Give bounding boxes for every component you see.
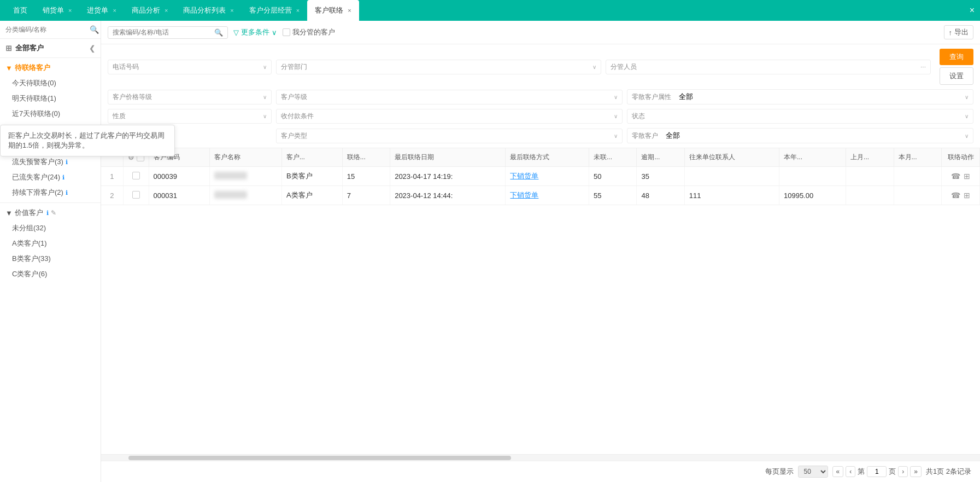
row1-checkbox[interactable] xyxy=(132,172,140,179)
sidebar-7day-contact[interactable]: 近7天待联络(0) xyxy=(0,106,101,121)
row1-more-icon[interactable]: ⊞ xyxy=(964,172,970,181)
sidebar-declining[interactable]: 持续下滑客户(2) ℹ xyxy=(0,185,101,200)
nav-sales[interactable]: 销货单 × xyxy=(35,0,79,21)
th-partner-contact[interactable]: 往来单位联系人 xyxy=(684,148,779,167)
page-number-input[interactable] xyxy=(867,466,887,477)
sidebar-all-customers-header[interactable]: ⊞ 全部客户 ❮ xyxy=(0,39,101,58)
filter-gender[interactable]: 性质 ∨ xyxy=(108,109,272,124)
row2-checkbox[interactable] xyxy=(132,191,140,199)
sidebar-value-group-title[interactable]: ▼ 价值客户 ℹ ✎ xyxy=(0,205,101,220)
close-product-analysis-tab[interactable]: × xyxy=(165,0,168,21)
filter-payment-terms[interactable]: 收付款条件 ∨ xyxy=(276,109,623,124)
edit-icon-value[interactable]: ✎ xyxy=(51,209,56,217)
th-overdue[interactable]: 逾期... xyxy=(637,148,684,167)
info-icon-declining[interactable]: ℹ xyxy=(66,189,68,196)
sidebar-tomorrow-contact[interactable]: 明天待联络(1) xyxy=(0,91,101,106)
filter-row-2: 客户价格等级 ∨ 客户等级 ∨ 零散客户属性 全部 ∨ xyxy=(108,89,973,104)
close-product-list-tab[interactable]: × xyxy=(230,0,233,21)
payment-terms-arrow: ∨ xyxy=(614,113,618,119)
info-icon-churned[interactable]: ℹ xyxy=(62,174,64,181)
th-customer-name[interactable]: 客户名称 xyxy=(209,148,281,167)
nav-product-analysis[interactable]: 商品分析 × xyxy=(124,0,175,21)
th-last-contact-date[interactable]: 最后联络日期 xyxy=(390,148,506,167)
scroll-thumb[interactable] xyxy=(128,456,511,460)
first-page-btn[interactable]: « xyxy=(832,466,844,477)
nav-purchase[interactable]: 进货单 × xyxy=(79,0,124,21)
row2-more-icon[interactable]: ⊞ xyxy=(964,191,970,200)
sidebar-search-icon[interactable]: 🔍 xyxy=(90,25,99,34)
filter-manager[interactable]: 分管人员 ··· xyxy=(606,60,931,74)
settings-button[interactable]: 设置 xyxy=(940,67,973,85)
nav-home[interactable]: 首页 xyxy=(5,0,35,21)
close-sales-tab[interactable]: × xyxy=(68,0,72,21)
cell-this-year-2: 10995.00 xyxy=(779,186,846,205)
th-customer-type[interactable]: 客户... xyxy=(281,148,342,167)
nav-customer-contact[interactable]: 客户联络 × xyxy=(307,0,359,21)
cell-code-2[interactable]: 000031 xyxy=(149,186,209,205)
sidebar-churned[interactable]: 已流失客户(24) ℹ xyxy=(0,170,101,185)
cell-this-month-2 xyxy=(894,186,942,205)
cell-actions-2: ☎ ⊞ xyxy=(942,186,980,205)
last-page-btn[interactable]: » xyxy=(910,466,922,477)
th-last-contact-method[interactable]: 最后联络方式 xyxy=(506,148,589,167)
th-last-month[interactable]: 上月... xyxy=(846,148,894,167)
filter-customer-type[interactable]: 客户类型 ∨ xyxy=(276,129,623,143)
search-input[interactable] xyxy=(113,28,212,36)
info-icon-churn[interactable]: ℹ xyxy=(66,159,68,166)
sidebar-pending-group-title[interactable]: ▼ 待联络客户 xyxy=(0,60,101,76)
sidebar: 🔍 ⊞ 全部客户 ❮ ▼ 待联络客户 今天待联络(0) 明天待联络(1) 近7天… xyxy=(0,21,101,482)
filter-retail-attr[interactable]: 零散客户属性 全部 ∨ xyxy=(627,89,973,104)
close-all-tabs[interactable]: × xyxy=(970,5,975,15)
filter-customer-level[interactable]: 客户等级 ∨ xyxy=(276,90,623,104)
search-icon[interactable]: 🔍 xyxy=(214,28,223,37)
cell-name-2 xyxy=(209,186,281,205)
th-this-year[interactable]: 本年... xyxy=(779,148,846,167)
prev-page-btn[interactable]: ‹ xyxy=(846,466,855,477)
last-method-link-1[interactable]: 下销货单 xyxy=(510,172,538,180)
sidebar-c-customers[interactable]: C类客户(6) xyxy=(0,266,101,282)
cell-last-method-2[interactable]: 下销货单 xyxy=(506,186,589,205)
row1-contact-icon[interactable]: ☎ xyxy=(951,172,960,181)
export-btn[interactable]: ↑ 导出 xyxy=(944,25,974,39)
filter-status[interactable]: 状态 ∨ xyxy=(627,109,973,124)
filter-price-level[interactable]: 客户价格等级 ∨ xyxy=(108,90,272,104)
cell-code-1[interactable]: 000039 xyxy=(149,167,209,186)
nav-product-list[interactable]: 商品分析列表 × xyxy=(175,0,241,21)
sidebar-churn-warning[interactable]: 流失预警客户(3) ℹ xyxy=(0,154,101,170)
page-nav: « ‹ 第 页 › » xyxy=(832,466,922,477)
close-customer-layered-tab[interactable]: × xyxy=(296,0,300,21)
sidebar-today-contact[interactable]: 今天待联络(0) xyxy=(0,76,101,91)
cell-last-method-1[interactable]: 下销货单 xyxy=(506,167,589,186)
more-conditions-btn[interactable]: ▽ 更多条件 ∨ xyxy=(233,27,277,37)
cell-name-1 xyxy=(209,167,281,186)
last-method-link-2[interactable]: 下销货单 xyxy=(510,191,538,199)
filter-retail-customer[interactable]: 零散客户 全部 ∨ xyxy=(627,128,973,143)
sidebar-collapse-btn[interactable]: ❮ xyxy=(89,44,95,53)
row2-contact-icon[interactable]: ☎ xyxy=(951,191,960,200)
cell-checkbox-2[interactable] xyxy=(123,186,149,205)
cell-type-2: A类客户 xyxy=(281,186,342,205)
table-area[interactable]: ⚙ 客户编码 客户名称 客户... 联络... 最后联络日期 最后联络方式 未联… xyxy=(101,148,980,454)
nav-customer-layered[interactable]: 客户分层经营 × xyxy=(242,0,307,21)
my-customers-checkbox[interactable] xyxy=(283,28,290,36)
page-end-label: 页 xyxy=(889,467,896,477)
filter-department[interactable]: 分管部门 ∨ xyxy=(276,60,601,74)
th-contact[interactable]: 联络... xyxy=(342,148,390,167)
info-icon-value[interactable]: ℹ xyxy=(46,210,49,217)
horizontal-scrollbar[interactable] xyxy=(101,454,980,461)
th-uncontacted[interactable]: 未联... xyxy=(589,148,636,167)
sidebar-a-customers[interactable]: A类客户(1) xyxy=(0,236,101,251)
cell-checkbox-1[interactable] xyxy=(123,167,149,186)
filter-phone[interactable]: 电话号码 ∨ xyxy=(108,60,272,74)
sidebar-search-input[interactable] xyxy=(5,26,87,33)
close-customer-contact-tab[interactable]: × xyxy=(348,0,351,21)
query-button[interactable]: 查询 xyxy=(940,49,973,65)
th-this-month[interactable]: 本月... xyxy=(894,148,942,167)
close-purchase-tab[interactable]: × xyxy=(113,0,116,21)
tooltip-box: 距客户上次交易时长，超过了此客户的平均交易周期的1.5倍，则视为异常。 xyxy=(101,125,175,156)
sidebar-b-customers[interactable]: B类客户(33) xyxy=(0,251,101,266)
per-page-select[interactable]: 50 100 200 xyxy=(798,466,828,478)
sidebar-value-group: ▼ 价值客户 ℹ ✎ 未分组(32) A类客户(1) B类客户(33) C类客户… xyxy=(0,205,101,282)
next-page-btn[interactable]: › xyxy=(898,466,908,477)
sidebar-unclassified[interactable]: 未分组(32) xyxy=(0,220,101,236)
